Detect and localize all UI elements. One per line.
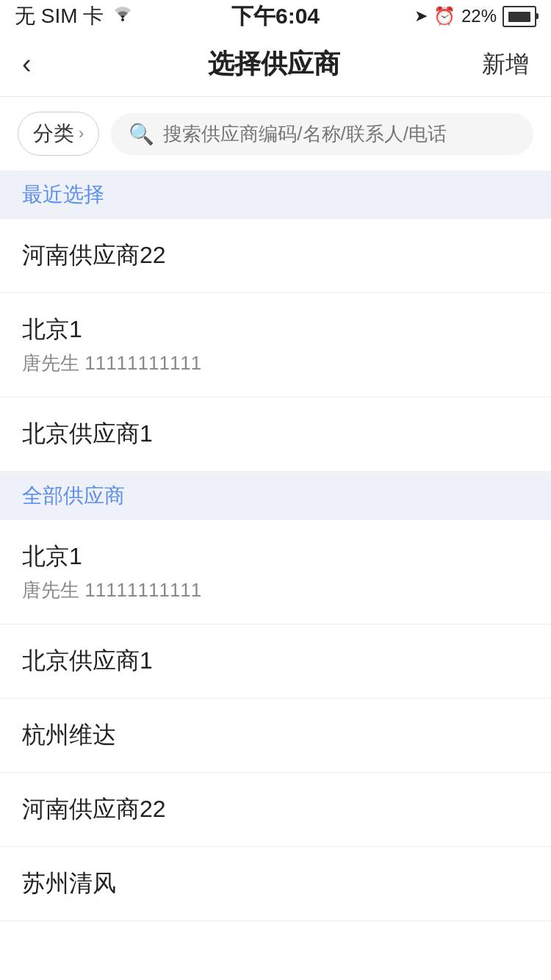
search-input[interactable] (163, 123, 516, 145)
item-name: 河南供应商22 (22, 239, 529, 272)
all-section-header: 全部供应商 (0, 472, 551, 520)
status-time: 下午6:04 (231, 1, 320, 32)
wifi-icon (111, 4, 134, 28)
list-item[interactable]: 北京供应商1 (0, 397, 551, 472)
item-name: 苏州清风 (22, 868, 529, 900)
page-title: 选择供应商 (208, 46, 340, 82)
list-item[interactable]: 北京1 唐先生 11111111111 (0, 520, 551, 624)
svg-point-0 (121, 18, 124, 21)
all-list: 北京1 唐先生 11111111111 北京供应商1杭州维达河南供应商22苏州清… (0, 520, 551, 921)
status-bar: 无 SIM 卡 下午6:04 ➤ ⏰ 22% (0, 0, 551, 32)
item-sub: 唐先生 11111111111 (22, 350, 529, 376)
list-item[interactable]: 河南供应商22 (0, 219, 551, 293)
back-button[interactable]: ‹ (22, 48, 66, 80)
all-section-label: 全部供应商 (22, 484, 125, 507)
list-item[interactable]: 河南供应商22 (0, 773, 551, 847)
status-left: 无 SIM 卡 (15, 2, 134, 30)
list-item[interactable]: 苏州清风 (0, 847, 551, 921)
item-name: 北京供应商1 (22, 418, 529, 450)
filter-bar: 分类 › 🔍 (0, 97, 551, 170)
list-item[interactable]: 北京供应商1 (0, 624, 551, 699)
battery-label: 22% (461, 6, 497, 26)
recent-section-header: 最近选择 (0, 170, 551, 219)
category-button[interactable]: 分类 › (18, 112, 99, 156)
search-box: 🔍 (111, 113, 533, 155)
battery-icon (503, 6, 536, 27)
category-label: 分类 (33, 120, 74, 148)
item-name: 北京供应商1 (22, 645, 529, 677)
item-name: 北京1 (22, 314, 529, 346)
search-icon: 🔍 (129, 122, 154, 146)
item-name: 杭州维达 (22, 719, 529, 752)
list-item[interactable]: 杭州维达 (0, 699, 551, 773)
carrier-label: 无 SIM 卡 (15, 2, 104, 30)
nav-bar: ‹ 选择供应商 新增 (0, 32, 551, 97)
recent-list: 河南供应商22 北京1 唐先生 11111111111 北京供应商1 (0, 219, 551, 472)
item-name: 北京1 (22, 541, 529, 573)
item-name: 河南供应商22 (22, 793, 529, 826)
alarm-icon: ⏰ (433, 6, 455, 26)
item-sub: 唐先生 11111111111 (22, 577, 529, 603)
add-button[interactable]: 新增 (482, 48, 529, 81)
status-right: ➤ ⏰ 22% (414, 6, 536, 27)
recent-section-label: 最近选择 (22, 183, 104, 206)
list-item[interactable]: 北京1 唐先生 11111111111 (0, 293, 551, 397)
location-icon: ➤ (414, 7, 428, 26)
chevron-right-icon: › (79, 124, 84, 143)
